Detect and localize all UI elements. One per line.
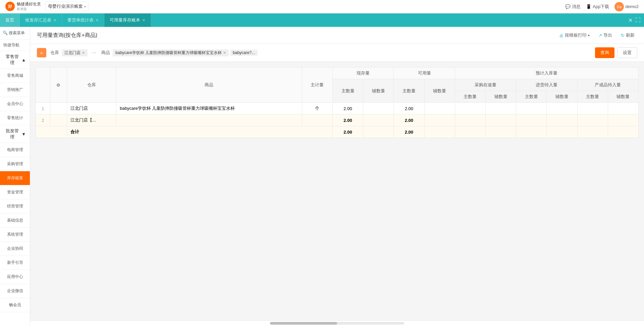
- sidebar-item-yingyong-label: 应用中心: [7, 274, 23, 280]
- refresh-icon: ↻: [621, 33, 625, 38]
- summary-row: 合计 2.00 2.00: [36, 126, 639, 138]
- tab-shoufacun-label: 收发存汇总表: [25, 17, 51, 23]
- username: demo2: [625, 4, 639, 9]
- product-tag-0-remove[interactable]: ✕: [223, 51, 226, 55]
- row1-avail-aux: [424, 103, 455, 114]
- th-incoming-sub: 进货待入量: [516, 79, 577, 91]
- sidebar-item-dianshang[interactable]: 电商管理: [0, 143, 30, 157]
- close-all-tabs-btn[interactable]: ✕: [628, 17, 633, 24]
- sidebar-item-pifaguanli-label: 批发管理: [4, 128, 20, 140]
- nav-tabs-end: ✕ ⛶: [625, 13, 644, 27]
- sidebar-item-yingyong[interactable]: 应用中心: [0, 270, 30, 284]
- sidebar-item-dianshang-label: 电商管理: [7, 147, 23, 153]
- row1-produce-main: [577, 103, 608, 114]
- export-label: 导出: [603, 32, 612, 38]
- refresh-label: 刷新: [626, 32, 635, 38]
- fullscreen-btn[interactable]: ⛶: [635, 17, 641, 23]
- th-stock-main: 主数量: [332, 79, 363, 103]
- tab-yaohuo-close[interactable]: ✕: [96, 18, 99, 22]
- message-btn[interactable]: 💬 消息: [565, 4, 581, 10]
- row1-purchase-main: [455, 103, 485, 114]
- tab-keyongliang-close[interactable]: ✕: [142, 18, 145, 22]
- scroll-bar-container[interactable]: [270, 322, 404, 325]
- company-selector[interactable]: 母婴行业演示账套 ▾: [45, 2, 89, 11]
- export-btn[interactable]: ↗ 导出: [596, 31, 615, 40]
- print-btn[interactable]: 🖨 按模板打印 ▾: [556, 31, 592, 40]
- sidebar-item-lingxiao-label: 零售管理: [4, 54, 20, 66]
- logo-sub: 标准版: [17, 7, 41, 11]
- th-gear: ⚙: [50, 67, 67, 103]
- row2-gear: [50, 114, 67, 126]
- sidebar-arrow-pifaguanli: ▼: [21, 132, 26, 137]
- sidebar-item-jingying[interactable]: 经营管理: [0, 199, 30, 214]
- row1-incoming-aux: [547, 103, 577, 114]
- sidebar-item-caigou-label: 采购管理: [7, 161, 23, 167]
- table-row: 2 江北门店【... 2.00 2.00: [36, 114, 639, 126]
- sidebar-item-huiyuan-label: 会员中心: [7, 101, 23, 107]
- sidebar-item-qiyeweixin-label: 企业微信: [7, 288, 23, 294]
- sidebar-item-changhui[interactable]: 畅会员: [0, 298, 30, 312]
- sidebar-item-lingxiaoshangcheng[interactable]: 零售商城: [0, 69, 30, 83]
- sidebar-item-huiyuan[interactable]: 会员中心: [0, 97, 30, 111]
- tab-home[interactable]: 首页: [0, 13, 20, 27]
- sidebar-item-xitong[interactable]: 系统管理: [0, 228, 30, 242]
- page-header: 可用量查询(按仓库+商品) 🖨 按模板打印 ▾ ↗ 导出 ↻ 刷新: [30, 27, 644, 44]
- user-avatar: Ea: [614, 2, 624, 11]
- th-purchase-sub: 采购在途量: [455, 79, 516, 91]
- sidebar-item-yingxiao-label: 营销推广: [7, 87, 23, 93]
- sidebar-search[interactable]: 🔍 搜索菜单: [0, 27, 30, 40]
- th-main-unit: 主计量: [302, 67, 332, 103]
- sidebar-item-yingxiao[interactable]: 营销推广: [0, 83, 30, 97]
- sidebar-item-xinshou[interactable]: 新手引导: [0, 256, 30, 270]
- tab-keyongliang[interactable]: 可用量库存账本 ✕: [104, 13, 151, 27]
- logo-area: 好 畅捷通好生意 标准版: [5, 2, 41, 11]
- product-tag-text-1: babycare?...: [233, 50, 255, 55]
- warehouse-filter-tags: 江北门店 ✕: [62, 49, 88, 56]
- warehouse-filter-more[interactable]: ···: [90, 50, 97, 56]
- th-purchase-aux: 辅数量: [485, 91, 516, 103]
- tab-yaohuo-label: 要货单统计表: [67, 17, 94, 23]
- sidebar-item-kucun-label: 库存核算: [7, 175, 23, 181]
- sidebar-item-jichu-label: 基础信息: [7, 218, 23, 223]
- refresh-btn[interactable]: ↻ 刷新: [618, 31, 637, 40]
- print-icon: 🖨: [559, 33, 564, 38]
- tab-shoufacun-close[interactable]: ✕: [53, 18, 56, 22]
- product-filter-group: 商品 babycare学饮杯 儿童防摔防撞吸管杯重力球吸嘴杯宝宝水杯 ✕ bab…: [101, 49, 258, 56]
- sidebar-item-qiye[interactable]: 企业协同: [0, 242, 30, 256]
- settings-btn[interactable]: 设置: [617, 47, 637, 58]
- tab-yaohuo[interactable]: 要货单统计表 ✕: [62, 13, 104, 27]
- th-stock-group: 现存量: [332, 67, 393, 79]
- sidebar: 🔍 搜索菜单 快捷导航 零售管理 ▲ 零售商城 营销推广 会员中心 零售统计 批…: [0, 27, 30, 326]
- tab-shoufacun[interactable]: 收发存汇总表 ✕: [20, 13, 62, 27]
- scroll-bar-thumb[interactable]: [270, 322, 337, 325]
- row1-produce-aux: [608, 103, 638, 114]
- sidebar-item-caigou[interactable]: 采购管理: [0, 157, 30, 171]
- th-plan-in-group: 预计入库量: [455, 67, 638, 79]
- sidebar-item-lingxiao[interactable]: 零售管理 ▲: [0, 51, 30, 69]
- top-bar-right: 💬 消息 📱 App下载 Ea demo2: [565, 2, 639, 11]
- sidebar-item-qiyeweixin[interactable]: 企业微信: [0, 284, 30, 298]
- sidebar-item-xinshou-label: 新手引导: [7, 260, 23, 266]
- filter-toggle-btn[interactable]: »: [37, 48, 46, 57]
- th-product: 商品: [116, 67, 302, 103]
- sidebar-quick-nav[interactable]: 快捷导航: [0, 40, 30, 51]
- sidebar-item-jichu[interactable]: 基础信息: [0, 214, 30, 228]
- query-btn[interactable]: 查询: [595, 47, 614, 58]
- sidebar-item-lingxiaotongji[interactable]: 零售统计: [0, 111, 30, 125]
- warehouse-tag-0: 江北门店 ✕: [62, 49, 88, 56]
- row1-product: babycare学饮杯 儿童防摔防撞吸管杯重力球吸嘴杯宝宝水杯: [116, 103, 302, 114]
- top-bar-left: 好 畅捷通好生意 标准版 母婴行业演示账套 ▾: [5, 2, 89, 11]
- print-dropdown-arrow: ▾: [588, 34, 590, 37]
- sidebar-item-kucun[interactable]: 库存核算: [0, 171, 30, 185]
- sidebar-item-pifaguanli[interactable]: 批发管理 ▼: [0, 125, 30, 143]
- sidebar-item-changhui-label: 畅会员: [9, 302, 21, 308]
- warehouse-filter-group: 仓库 江北门店 ✕ ···: [50, 49, 97, 56]
- summary-produce-aux: [608, 126, 638, 138]
- app-download-btn[interactable]: 📱 App下载: [586, 4, 609, 10]
- th-produce-aux: 辅数量: [608, 91, 638, 103]
- tab-keyongliang-label: 可用量库存账本: [110, 17, 140, 23]
- sidebar-item-zijin[interactable]: 资金管理: [0, 185, 30, 199]
- warehouse-tag-remove[interactable]: ✕: [82, 51, 85, 55]
- product-tag-text-0: babycare学饮杯 儿童防摔防撞吸管杯重力球吸嘴杯宝宝水杯: [115, 50, 222, 56]
- user-area[interactable]: Ea demo2: [614, 2, 639, 11]
